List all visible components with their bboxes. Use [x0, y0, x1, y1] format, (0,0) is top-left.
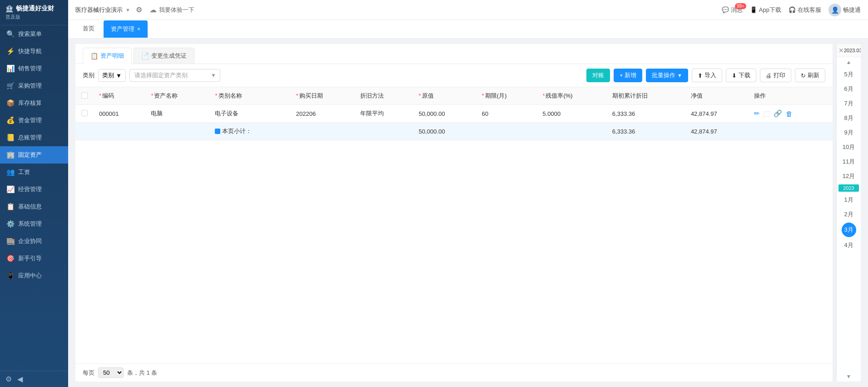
reconcile-button[interactable]: 对账 — [586, 69, 610, 82]
sidebar-item-guide[interactable]: 🎯新手引导 — [0, 250, 68, 267]
experience-area: ☁ 我要体验一下 — [149, 5, 194, 14]
import-button[interactable]: ⬆ 导入 — [692, 69, 722, 82]
sidebar-item-app-center[interactable]: 📱应用中心 — [0, 267, 68, 284]
calendar-up-button[interactable]: ▲ — [837, 57, 861, 67]
copy-icon-0[interactable]: ⬚ — [764, 109, 770, 118]
select-all-checkbox[interactable] — [81, 92, 88, 99]
online-service-button[interactable]: 🎧 在线客服 — [789, 6, 821, 14]
cal-month-4月[interactable]: 4月 — [837, 238, 861, 253]
sidebar-item-search[interactable]: 🔍搜索菜单 — [0, 25, 68, 43]
sidebar-item-inventory[interactable]: 📦库存核算 — [0, 94, 68, 112]
sidebar-item-label-ledger: 总账管理 — [18, 134, 42, 142]
user-area[interactable]: 👤 畅捷通 — [828, 4, 861, 16]
sidebar-item-operations[interactable]: 📈经营管理 — [0, 181, 68, 198]
category-type-select[interactable]: 类别 ▼ — [98, 69, 126, 82]
row-checkbox-0[interactable] — [81, 110, 88, 116]
calendar-down-button[interactable]: ▼ — [837, 372, 861, 382]
sidebar-item-enterprise[interactable]: 🏬企业协同 — [0, 233, 68, 250]
experience-label: 我要体验一下 — [159, 6, 194, 14]
payroll-icon: 👥 — [6, 168, 15, 176]
sidebar: 🏦 畅捷通好业财 普及版 🔍搜索菜单⚡快捷导航📊销售管理🛒采购管理📦库存核算💰资… — [0, 0, 68, 387]
subtotal-empty8 — [749, 123, 833, 140]
refresh-label: 刷新 — [808, 71, 819, 79]
sidebar-item-label-enterprise: 企业协同 — [18, 237, 42, 245]
online-service-label: 在线客服 — [798, 6, 821, 14]
link-icon-0[interactable]: 🔗 — [774, 109, 782, 118]
sub-tab-asset-detail[interactable]: 📋 资产明细 — [83, 48, 132, 64]
edit-icon-0[interactable]: ✏ — [754, 109, 760, 118]
company-selector[interactable]: 医疗器械行业演示 ▼ — [75, 6, 130, 14]
tab-asset-management[interactable]: 资产管理 × — [104, 20, 148, 38]
collapse-icon[interactable]: ◀ — [17, 375, 23, 383]
add-button[interactable]: + 新增 — [614, 69, 642, 82]
cal-month-prev-12月[interactable]: 12月 — [837, 169, 861, 184]
sidebar-item-ledger[interactable]: 📒总账管理 — [0, 129, 68, 146]
print-button[interactable]: 🖨 打印 — [760, 69, 791, 82]
sidebar-item-payroll[interactable]: 👥工资 — [0, 164, 68, 181]
cell-category-0: 电子设备 — [209, 105, 290, 123]
sidebar-item-purchase[interactable]: 🛒采购管理 — [0, 77, 68, 94]
th-original-value: *原值 — [413, 87, 476, 105]
app-download-button[interactable]: 📱 App下载 — [750, 6, 781, 14]
sidebar-item-fixed-assets[interactable]: 🏢固定资产 — [0, 146, 68, 164]
fixed-assets-icon: 🏢 — [6, 151, 15, 159]
asset-detail-icon: 📋 — [90, 52, 98, 60]
sidebar-item-quick-nav[interactable]: ⚡快捷导航 — [0, 43, 68, 60]
sales-icon: 📊 — [6, 64, 15, 73]
sidebar-item-label-quick-nav: 快捷导航 — [18, 47, 42, 55]
message-button[interactable]: 💬 消息 99+ — [722, 6, 743, 14]
print-icon: 🖨 — [766, 72, 772, 79]
phone-icon: 📱 — [750, 6, 757, 13]
cal-month-1月[interactable]: 1月 — [837, 193, 861, 207]
cal-month-prev-8月[interactable]: 8月 — [837, 111, 861, 125]
cal-month-2月[interactable]: 2月 — [837, 207, 861, 222]
topbar-right: 💬 消息 99+ 📱 App下载 🎧 在线客服 👤 畅捷通 — [722, 4, 861, 16]
settings-gear-icon[interactable]: ⚙ — [136, 5, 142, 14]
table-row: 000001 电脑 电子设备 202206 年限平均 50,000.00 60 … — [75, 105, 833, 123]
th-depreciation-method: 折旧方法 — [355, 87, 413, 105]
cal-month-3月[interactable]: 3月 — [842, 223, 856, 237]
asset-table: *编码 *资产名称 *类别名称 *购买日期 折旧方法 *原值 *期限(月) *残… — [75, 87, 833, 140]
sidebar-item-label-fixed-assets: 固定资产 — [18, 151, 42, 159]
inventory-icon: 📦 — [6, 99, 15, 107]
cell-depreciation-0: 年限平均 — [355, 105, 413, 123]
cell-acc-dep-0: 6,333.36 — [607, 105, 685, 123]
asset-category-dropdown[interactable]: 请选择固定资产类别 ▼ — [129, 69, 220, 82]
cal-month-prev-11月[interactable]: 11月 — [837, 154, 861, 169]
sidebar-item-finance[interactable]: 💰资金管理 — [0, 112, 68, 129]
sub-tab2-label: 变更生成凭证 — [151, 52, 187, 60]
per-page-select[interactable]: 50 100 200 — [98, 367, 124, 378]
sidebar-item-label-operations: 经营管理 — [18, 185, 42, 194]
dropdown-arrow-icon: ▼ — [211, 72, 216, 79]
calendar-close-icon[interactable]: ✕ — [838, 47, 844, 54]
th-net-value: 净值 — [685, 87, 749, 105]
settings-icon[interactable]: ⚙ — [5, 375, 12, 383]
cal-month-prev-9月[interactable]: 9月 — [837, 125, 861, 140]
tab-active-label: 资产管理 — [111, 25, 134, 33]
per-page-label: 每页 — [83, 369, 94, 377]
batch-ops-button[interactable]: 批量操作 ▼ — [646, 69, 688, 82]
sidebar-item-label-finance: 资金管理 — [18, 116, 42, 124]
asset-table-container: *编码 *资产名称 *类别名称 *购买日期 折旧方法 *原值 *期限(月) *残… — [75, 87, 833, 363]
sub-tab-voucher[interactable]: 📄 变更生成凭证 — [134, 48, 194, 64]
download-icon: ⬇ — [732, 72, 737, 79]
search-icon: 🔍 — [6, 30, 15, 38]
cal-month-prev-6月[interactable]: 6月 — [837, 82, 861, 96]
cal-month-prev-5月[interactable]: 5月 — [837, 67, 861, 82]
sidebar-item-system[interactable]: ⚙️系统管理 — [0, 215, 68, 233]
finance-icon: 💰 — [6, 116, 15, 124]
cal-month-prev-7月[interactable]: 7月 — [837, 96, 861, 111]
download-button[interactable]: ⬇ 下载 — [726, 69, 756, 82]
refresh-button[interactable]: ↻ 刷新 — [795, 69, 825, 82]
tab-close-icon[interactable]: × — [137, 26, 140, 32]
sidebar-item-sales[interactable]: 📊销售管理 — [0, 60, 68, 77]
asset-category-placeholder: 请选择固定资产类别 — [134, 71, 188, 79]
cell-original-value-0: 50,000.00 — [413, 105, 476, 123]
delete-icon-0[interactable]: 🗑 — [786, 110, 793, 118]
cal-year-badge[interactable]: 2023 — [838, 184, 859, 192]
cal-month-prev-10月[interactable]: 10月 — [837, 140, 861, 154]
message-icon: 💬 — [722, 6, 729, 13]
sidebar-item-base-info[interactable]: 📋基础信息 — [0, 198, 68, 215]
sidebar-item-label-guide: 新手引导 — [18, 254, 42, 263]
tab-home[interactable]: 首页 — [75, 20, 102, 38]
